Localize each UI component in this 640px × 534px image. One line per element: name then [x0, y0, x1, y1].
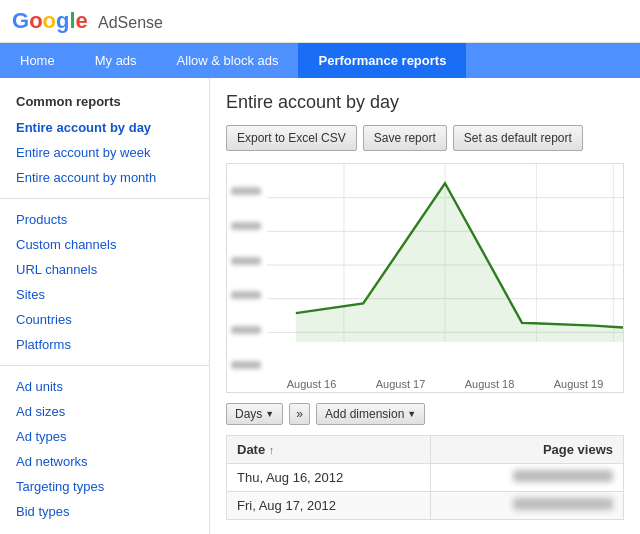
days-label: Days: [235, 407, 262, 421]
sidebar-divider-1: [0, 198, 209, 199]
y-bar-6: [231, 361, 261, 369]
x-label-aug16: August 16: [287, 378, 337, 390]
y-bar-5: [231, 326, 261, 334]
sidebar-item-ad-types[interactable]: Ad types: [0, 424, 209, 449]
page-title: Entire account by day: [226, 92, 624, 113]
main-content: Entire account by day Export to Excel CS…: [210, 78, 640, 534]
save-report-button[interactable]: Save report: [363, 125, 447, 151]
action-buttons: Export to Excel CSV Save report Set as d…: [226, 125, 624, 151]
table-row: Thu, Aug 16, 2012: [227, 464, 624, 492]
add-dimension-select[interactable]: Add dimension ▼: [316, 403, 425, 425]
dimension-label: Add dimension: [325, 407, 404, 421]
sidebar-item-entire-account-week[interactable]: Entire account by week: [0, 140, 209, 165]
set-default-button[interactable]: Set as default report: [453, 125, 583, 151]
pageviews-cell-1: [430, 464, 624, 492]
sidebar-item-entire-account-day[interactable]: Entire account by day: [0, 115, 209, 140]
table-row: Fri, Aug 17, 2012: [227, 492, 624, 520]
sidebar-item-url-channels[interactable]: URL channels: [0, 257, 209, 282]
chart-controls: Days ▼ » Add dimension ▼: [226, 403, 624, 425]
sidebar-item-targeting-types[interactable]: Targeting types: [0, 474, 209, 499]
table-header-row: Date ↑ Page views: [227, 436, 624, 464]
sidebar-item-bid-types[interactable]: Bid types: [0, 499, 209, 524]
sidebar-item-sites[interactable]: Sites: [0, 282, 209, 307]
nav-item-home[interactable]: Home: [0, 43, 75, 78]
chart-container: August 16 August 17 August 18 August 19: [226, 163, 624, 393]
header: Google AdSense: [0, 0, 640, 43]
x-label-aug19: August 19: [554, 378, 604, 390]
nav-item-performance[interactable]: Performance reports: [298, 43, 466, 78]
page-layout: Common reports Entire account by day Ent…: [0, 78, 640, 534]
x-label-aug18: August 18: [465, 378, 515, 390]
y-bar-2: [231, 222, 261, 230]
days-select[interactable]: Days ▼: [226, 403, 283, 425]
sort-arrow-icon: ↑: [269, 444, 275, 456]
logo-google: Google AdSense: [12, 8, 163, 34]
sidebar-item-custom-channels[interactable]: Custom channels: [0, 232, 209, 257]
next-button[interactable]: »: [289, 403, 310, 425]
chart-y-axis: [227, 164, 267, 392]
col-page-views: Page views: [430, 436, 624, 464]
sidebar: Common reports Entire account by day Ent…: [0, 78, 210, 534]
y-bar-3: [231, 257, 261, 265]
sidebar-item-products[interactable]: Products: [0, 207, 209, 232]
chart-svg: [267, 164, 623, 366]
y-bar-1: [231, 187, 261, 195]
y-bar-4: [231, 291, 261, 299]
sidebar-divider-2: [0, 365, 209, 366]
sidebar-item-countries[interactable]: Countries: [0, 307, 209, 332]
blurred-value-1: [513, 470, 613, 482]
blurred-value-2: [513, 498, 613, 510]
sidebar-item-ad-units[interactable]: Ad units: [0, 374, 209, 399]
sidebar-item-entire-account-month[interactable]: Entire account by month: [0, 165, 209, 190]
nav-item-allow-block[interactable]: Allow & block ads: [157, 43, 299, 78]
x-label-aug17: August 17: [376, 378, 426, 390]
sidebar-item-platforms[interactable]: Platforms: [0, 332, 209, 357]
days-chevron-icon: ▼: [265, 409, 274, 419]
sidebar-item-ad-networks[interactable]: Ad networks: [0, 449, 209, 474]
dimension-chevron-icon: ▼: [407, 409, 416, 419]
sidebar-section-title: Common reports: [0, 90, 209, 115]
date-cell-1: Thu, Aug 16, 2012: [227, 464, 431, 492]
sidebar-item-ad-sizes[interactable]: Ad sizes: [0, 399, 209, 424]
date-cell-2: Fri, Aug 17, 2012: [227, 492, 431, 520]
logo-adsense: AdSense: [98, 14, 163, 31]
col-date: Date ↑: [227, 436, 431, 464]
export-button[interactable]: Export to Excel CSV: [226, 125, 357, 151]
main-nav: Home My ads Allow & block ads Performanc…: [0, 43, 640, 78]
nav-item-my-ads[interactable]: My ads: [75, 43, 157, 78]
pageviews-cell-2: [430, 492, 624, 520]
data-table: Date ↑ Page views Thu, Aug 16, 2012 Fri,…: [226, 435, 624, 520]
